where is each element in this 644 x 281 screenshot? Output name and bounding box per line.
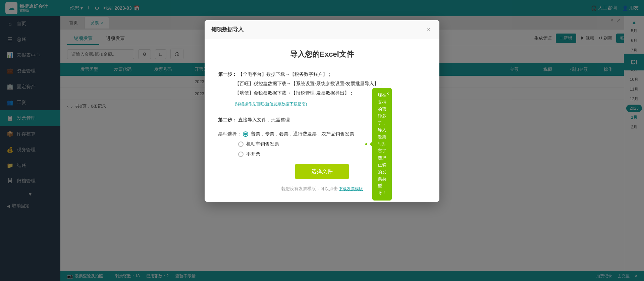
footer-text: 若您没有发票模版，可以点击: [281, 186, 338, 191]
step1-label: 第一步：: [218, 71, 237, 77]
modal-main-title: 导入您的Excel文件: [218, 49, 426, 59]
radio-car-circle[interactable]: [238, 142, 244, 147]
radio-car-label: 机动车销售发票: [246, 141, 279, 147]
modal-title: 销项数据导入: [211, 26, 244, 33]
radio-none-label: 不开票: [246, 151, 260, 157]
radio-normal[interactable]: 普票，专票，卷票，通行费发票，农产品销售发票: [243, 131, 354, 137]
step1-item-2: 【航信】金税盘数据下载→【报税管理-发票数据导出】；: [235, 88, 426, 98]
step1-item-1: 【百旺】税控盘数据下载→【系统设置-系统参数设置-发票批量导入】；: [235, 79, 426, 88]
tooltip-dot: [364, 142, 368, 146]
step1-item-0: 【全电平台】数据下载→【税务数字账户】；: [238, 71, 332, 77]
select-file-button[interactable]: 选择文件: [295, 164, 349, 179]
modal-footer: 若您没有发票模版，可以点击 下载发票模版: [218, 186, 426, 192]
step1-sub-items: 【百旺】税控盘数据下载→【系统设置-系统参数设置-发票批量导入】； 【航信】金税…: [235, 79, 426, 108]
step1-link[interactable]: (详细操作见百旺/航信发票数据下载指南): [235, 102, 307, 106]
footer-link[interactable]: 下载发票模版: [339, 186, 363, 191]
step1-section: 第一步： 【全电平台】数据下载→【税务数字账户】； 【百旺】税控盘数据下载→【系…: [218, 69, 426, 108]
ticket-label: 票种选择：: [218, 131, 241, 136]
radio-normal-label: 普票，专票，卷票，通行费发票，农产品销售发票: [251, 131, 354, 137]
step2-section: 第二步： 直接导入文件，无需整理: [218, 115, 426, 124]
step2-content: 直接导入文件，无需整理: [238, 117, 290, 122]
modal-body: 导入您的Excel文件 第一步： 【全电平台】数据下载→【税务数字账户】； 【百…: [205, 39, 439, 202]
ticket-label-row: 票种选择： 普票，专票，卷票，通行费发票，农产品销售发票: [218, 131, 426, 137]
modal-header: 销项数据导入 ×: [205, 20, 439, 39]
tooltip-text: 现在支持的票种多了，导入发票时别忘了选择正确的发票类型呀！: [378, 93, 386, 195]
radio-none-circle[interactable]: [238, 152, 244, 157]
import-modal: 销项数据导入 × 导入您的Excel文件 第一步： 【全电平台】数据下载→【税务…: [205, 20, 439, 202]
radio-car[interactable]: 机动车销售发票: [238, 141, 426, 147]
step2-label: 第二步：: [218, 117, 237, 122]
radio-group: 票种选择： 普票，专票，卷票，通行费发票，农产品销售发票 机动车销售发票 不开票: [218, 131, 426, 157]
modal-overlay: 销项数据导入 × 导入您的Excel文件 第一步： 【全电平台】数据下载→【税务…: [0, 0, 644, 281]
radio-none[interactable]: 不开票: [238, 151, 426, 157]
tooltip-close-button[interactable]: ×: [386, 90, 389, 97]
tooltip-bubble: × 现在支持的票种多了，导入发票时别忘了选择正确的发票类型呀！: [372, 88, 392, 201]
radio-normal-circle[interactable]: [243, 131, 248, 137]
modal-close-button[interactable]: ×: [425, 25, 433, 34]
